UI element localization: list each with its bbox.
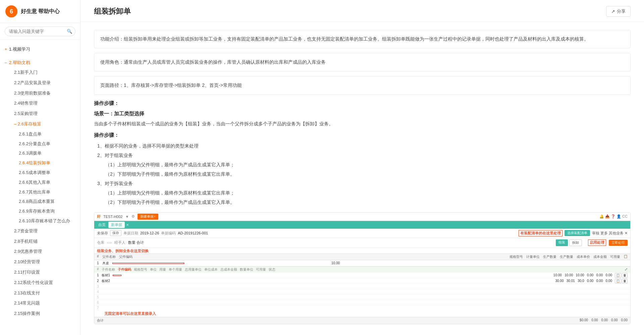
sim-sr2-copy[interactable]: 📋 [615, 279, 621, 283]
sidebar-item-cases[interactable]: 2.15操作案例 [5, 309, 75, 319]
sim-sr1-code[interactable] [113, 275, 121, 276]
sim-save-btn[interactable]: 保存 [110, 230, 121, 236]
sim-sr1-name: 板材1 [102, 273, 110, 278]
sim-type-btns: 组装 拆卸 [556, 239, 582, 246]
sim-sr2-nums: 30.00 30.01 30.0 0.00 0.00 0.00 [555, 279, 612, 283]
sidebar-item-payment[interactable]: 2.13在线支付 [5, 288, 75, 298]
sim-top-right: 🔔 📥 ❓ 👤 CC [599, 214, 628, 219]
sidebar-label-video: 1.视频学习 [9, 46, 30, 52]
nav-tree: + 1.视频学习 – 2.帮助文档 2.1新手入门 2.2产品安装及登录 2.3… [0, 40, 80, 335]
sim-warehouse-field[interactable] [107, 242, 112, 243]
scenario1-title: 场景一：加工类型选择 [94, 111, 631, 117]
sim-row1-name: 木桌 [102, 261, 109, 266]
sim-new-doc-btn[interactable]: 新建单据+ [138, 214, 158, 220]
sidebar-item-coupon[interactable]: 2.9优惠券管理 [5, 246, 75, 257]
sim-top-left: 好 TEST-H002 ▼ ⚙ 新建单据+ [97, 214, 158, 220]
sim-assembly-btn[interactable]: 组装 [556, 239, 568, 246]
share-button[interactable]: ↗ 分享 [606, 6, 631, 17]
sidebar-item-faq[interactable]: 2.14常见问题 [5, 298, 75, 309]
share-icon: ↗ [611, 9, 615, 14]
sim-home-tab[interactable]: 自页 [97, 222, 107, 228]
sidebar-item-print[interactable]: 2.11打印设置 [5, 267, 75, 278]
article-body: 功能介绍：组装拆卸单用来处理企业组装或拆卸等加工业务，支持有固定装配清单的产品加… [80, 22, 644, 335]
sidebar-item-finance[interactable]: 2.7资金管理 [5, 226, 75, 236]
search-input[interactable] [5, 26, 75, 36]
sim-row1-qty1: 10.00 [331, 261, 340, 265]
sim-logo: 好 [97, 214, 101, 219]
sim-sub-row-1: 1 板材1 10.00 10.00 10.00 0.00 0.00 0.00 📋… [94, 273, 630, 278]
minus-icon-2: – [5, 60, 7, 65]
sim-sr2-del[interactable]: 🗑 [622, 279, 628, 283]
nav-section-1: + 1.视频学习 [0, 43, 80, 56]
sim-footer-totals: 合计 $0.00 0.00 0.00 0.00 0.00 [94, 317, 630, 324]
sim-sr1-del[interactable]: 🗑 [622, 273, 628, 278]
sim-col-parent-code: 父件编码 [119, 255, 506, 259]
sidebar-item-video[interactable]: + 1.视频学习 [5, 45, 75, 54]
sim-sub-row-2: 2 板材2 30.00 30.01 30.0 0.00 0.00 0.00 📋 … [94, 278, 630, 284]
sim-doc-date: 2019-12-26 [140, 231, 159, 235]
sim-sr2-name: 板材2 [102, 279, 110, 283]
sidebar-item-operations[interactable]: 2.10经营管理 [5, 257, 75, 267]
sidebar-item-inv-error[interactable]: 2.6.10库存账本错了怎么办 [5, 216, 75, 226]
sim-sc-total-cost: 总成本金额 [220, 267, 237, 272]
sim-footer-v2: 0.00 [591, 318, 598, 323]
sidebar-item-beginner[interactable]: 2.1新手入门 [5, 67, 75, 78]
sim-sc-child-code: 子件编码 [118, 267, 131, 272]
sidebar-item-transfer[interactable]: 2.6.3调拨单 [5, 149, 75, 158]
sim-col-spec: 规格型号 [509, 255, 523, 259]
sim-col-qty2: 生产数量 [560, 255, 573, 259]
step-3-1: （1）上部明细为父件明细，最终作为原材料生成某它出库单； [105, 188, 631, 198]
sidebar-item-stocktake[interactable]: 2.6.1盘点单 [5, 129, 75, 139]
step-3: 3、对于拆装业务 [97, 179, 631, 188]
sim-disassembly-btn[interactable]: 拆卸 [569, 239, 582, 246]
main-content: 组装拆卸单 ↗ 分享 功能介绍：组装拆卸单用来处理企业组装或拆卸等加工业务，支持… [80, 0, 644, 335]
sim-doc-no-label: 单据编码 [161, 231, 176, 236]
sim-empty-row-6: 6 [94, 300, 630, 305]
sidebar-item-install[interactable]: 2.2产品安装及登录 [5, 78, 75, 88]
sidebar-item-docs[interactable]: – 2.帮助文档 [5, 58, 75, 67]
sim-col-action: 📋 [624, 255, 628, 259]
intro-text: 功能介绍：组装拆卸单用来处理企业组装或拆卸等加工业务，支持有固定装配清单的产品加… [100, 36, 589, 42]
sim-empty-row-4: 4 [94, 289, 630, 294]
sidebar-item-other-out[interactable]: 2.6.7其他出库单 [5, 187, 75, 197]
sim-sc-unit-cost: 单位成本 [204, 267, 218, 272]
ops-title: 操作步骤： [94, 100, 631, 107]
step-3-2: （2）下部明细为子件明细，最终作为产成品生成某它入库单。 [105, 198, 631, 207]
sim-empty-row-5: 5 [94, 294, 630, 300]
sim-screenshot: 好 TEST-H002 ▼ ⚙ 新建单据+ 🔔 📥 ❓ 👤 CC 自页 新单据 … [94, 213, 630, 324]
sidebar-item-sales[interactable]: 2.4销售管理 [5, 98, 75, 109]
sidebar-item-other-in[interactable]: 2.6.6其他入库单 [5, 178, 75, 187]
sim-sr1-copy[interactable]: 📋 [615, 273, 621, 278]
role-text: 使用角色：通常由生产人员或库管人员完成拆装业务的操作，库管人员确认原材料的出库和… [100, 59, 326, 65]
sidebar-item-cost-recalc[interactable]: 2.6.8商品成本重算 [5, 197, 75, 207]
sim-person-label: 经手人 [114, 240, 125, 245]
search-button[interactable]: 🔍 [67, 29, 72, 34]
sim-bom-btn[interactable]: 选择装配清单 [565, 230, 590, 236]
sim-sr1-nums: 10.00 10.00 10.00 0.00 0.00 0.00 [553, 273, 612, 277]
sidebar-item-portion-stocktake[interactable]: 2.6.2分量盘点单 [5, 139, 75, 149]
sim-sc-expand[interactable]: ⤢ [625, 267, 628, 272]
sidebar-item-purchase[interactable]: 2.5采购管理 [5, 109, 75, 119]
sidebar-item-inventory[interactable]: – 2.6库存核算 [5, 119, 75, 129]
sidebar-item-inv-ledger[interactable]: 2.6.9库存账本查询 [5, 207, 75, 216]
step-1: 1、根据不同的业务，选择不同单据的类型来处理 [97, 141, 631, 151]
sidebar-item-personalize[interactable]: 2.12系统个性化设置 [5, 278, 75, 288]
sim-process-btn[interactable]: 立即处理 [609, 240, 628, 246]
sim-sc-spec: 规格型号 [134, 267, 147, 272]
sim-close-tab[interactable]: ✕ [126, 223, 129, 227]
sidebar-item-cost-adjust[interactable]: 2.6.5成本调整单 [5, 168, 75, 178]
sidebar-item-data-prep[interactable]: 2.3使用前数据准备 [5, 88, 75, 99]
sim-subtable-header: # 子件名称 子件编码 规格型号 单位 用量 单个用量 总用量单位 单位成本 总… [94, 266, 630, 273]
sidebar-item-assembly[interactable]: 2.6.4组装拆卸单 [5, 158, 75, 168]
sim-row1-code[interactable] [112, 263, 184, 264]
sidebar-item-mobile[interactable]: 2.8手机旺铺 [5, 236, 75, 247]
ops-steps-sub-title: 操作步骤： [94, 132, 631, 138]
plus-icon-1: + [5, 47, 7, 52]
sim-sc-status: 状态 [269, 267, 275, 272]
sim-empty-row-3: 3 [94, 284, 630, 289]
sim-type-label: 仓库 [97, 240, 104, 245]
sim-icons-right: 🔔 📥 ❓ 👤 CC [599, 214, 628, 219]
sim-doc-status: 未保存 [97, 231, 108, 236]
sim-active-tab[interactable]: 新单据 [108, 222, 125, 228]
role-block: 使用角色：通常由生产人员或库管人员完成拆装业务的操作，库管人员确认原材料的出库和… [94, 53, 631, 71]
